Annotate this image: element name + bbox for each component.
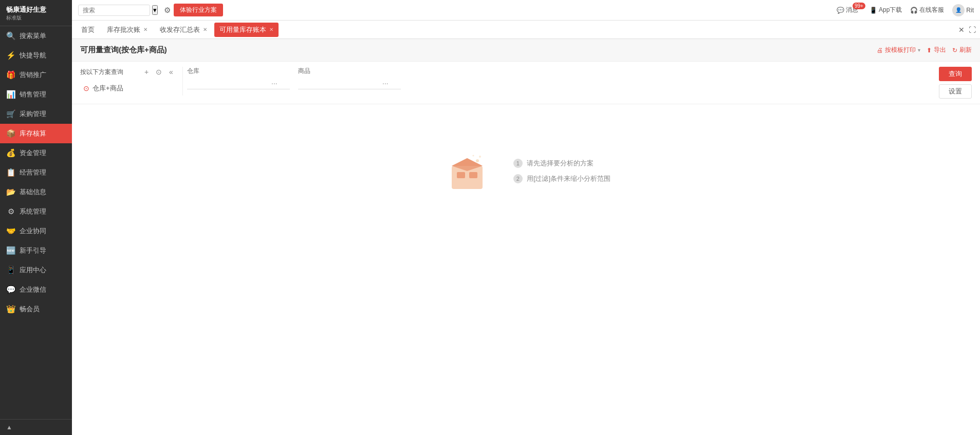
refresh-icon: ↻: [952, 47, 957, 54]
sidebar-logo: 畅康通好生意 标准版: [0, 0, 72, 26]
product-dots-button[interactable]: ···: [382, 79, 389, 87]
product-input[interactable]: [298, 80, 380, 87]
tab-close-batch[interactable]: ✕: [143, 27, 147, 32]
sidebar-item-finance[interactable]: 💰 资金管理: [0, 143, 72, 163]
tip-item-2: 2 用[过滤]条件来缩小分析范围: [513, 174, 611, 183]
filter-settings-button[interactable]: 设置: [939, 84, 972, 99]
filter-scheme-title: 按以下方案查询: [80, 68, 123, 77]
svg-point-6: [479, 156, 481, 158]
add-scheme-button[interactable]: +: [141, 67, 152, 77]
appstore-icon: 📱: [6, 266, 15, 275]
warehouse-input[interactable]: [187, 80, 269, 87]
sidebar-item-inventory[interactable]: 📦 库存核算: [0, 124, 72, 143]
app-download-link[interactable]: 📱 App下载: [870, 6, 902, 14]
filter-field-product: 商品 ···: [298, 67, 401, 89]
sidebar-item-member[interactable]: 👑 畅会员: [0, 299, 72, 319]
page-title: 可用量查询(按仓库+商品): [80, 45, 167, 55]
settings-scheme-button[interactable]: ⊙: [154, 67, 164, 77]
sidebar-label-guide: 新手引导: [20, 246, 46, 255]
sidebar-item-marketing[interactable]: 🎁 营销推广: [0, 65, 72, 85]
tip-num-2: 2: [513, 174, 523, 183]
warehouse-input-wrapper: ···: [187, 78, 290, 89]
sidebar-label-enterprise: 企业协同: [20, 226, 46, 236]
sidebar-item-guide[interactable]: 🆕 新手引导: [0, 241, 72, 260]
close-tab-button[interactable]: ✕: [958, 26, 965, 34]
tab-label-home: 首页: [81, 25, 95, 34]
query-button[interactable]: 查询: [939, 67, 972, 81]
sidebar-label-sales: 销售管理: [20, 90, 46, 99]
warehouse-dots-button[interactable]: ···: [271, 79, 278, 87]
tabbar: 首页库存批次账✕收发存汇总表✕可用量库存账本✕ ✕ ⛶: [72, 21, 980, 39]
sidebar-item-enterprise[interactable]: 🤝 企业协同: [0, 221, 72, 241]
user-profile[interactable]: 👤 Rit: [952, 4, 974, 16]
system-icon: ⚙: [6, 207, 15, 216]
sales-icon: 📊: [6, 90, 15, 99]
avatar: 👤: [952, 4, 965, 16]
tab-batch[interactable]: 库存批次账✕: [102, 23, 153, 37]
sidebar-item-system[interactable]: ⚙ 系统管理: [0, 202, 72, 221]
sidebar-item-search[interactable]: 🔍 搜索菜单: [0, 26, 72, 46]
sidebar-item-appstore[interactable]: 📱 应用中心: [0, 260, 72, 280]
tab-close-summary[interactable]: ✕: [203, 27, 207, 32]
sidebar-item-sales[interactable]: 📊 销售管理: [0, 85, 72, 104]
sidebar-label-member: 畅会员: [20, 305, 40, 314]
filter-fields: 仓库 ··· 商品 ···: [187, 67, 935, 89]
tab-available[interactable]: 可用量库存账本✕: [214, 23, 279, 37]
sidebar: 畅康通好生意 标准版 🔍 搜索菜单 ⚡ 快捷导航 🎁 营销推广 📊 销售管理 🛒…: [0, 0, 72, 435]
page-actions: 🖨 按模板打印 ▾ ⬆ 导出 ↻ 刷新: [877, 46, 972, 54]
operations-icon: 📋: [6, 168, 15, 177]
marketing-icon: 🎁: [6, 70, 15, 80]
refresh-button[interactable]: ↻ 刷新: [952, 46, 972, 54]
app-name: 畅康通好生意: [6, 5, 66, 14]
filter-area: 按以下方案查询 + ⊙ « ⊙ 仓库+商品 仓库: [72, 62, 980, 104]
sidebar-label-search: 搜索菜单: [20, 31, 46, 41]
tip-text-2: 用[过滤]条件来缩小分析范围: [527, 174, 611, 183]
message-badge: 99+: [853, 3, 865, 9]
shortcut-icon: ⚡: [6, 51, 15, 60]
finance-icon: 💰: [6, 148, 15, 158]
tabbar-right: ✕ ⛶: [958, 26, 976, 34]
collapse-scheme-button[interactable]: «: [166, 67, 176, 77]
online-service-link[interactable]: 🎧 在线客服: [910, 6, 944, 14]
trial-button[interactable]: 体验行业方案: [174, 4, 223, 16]
empty-state-content: 1 请先选择要分析的方案 2 用[过滤]条件来缩小分析范围: [441, 145, 611, 197]
scheme-item-warehouse-product[interactable]: ⊙ 仓库+商品: [80, 81, 176, 96]
content-area: 可用量查询(按仓库+商品) 🖨 按模板打印 ▾ ⬆ 导出 ↻ 刷新: [72, 39, 980, 435]
filter-scheme-panel: 按以下方案查询 + ⊙ « ⊙ 仓库+商品: [80, 67, 183, 96]
search-input[interactable]: [78, 5, 150, 16]
tip-text-1: 请先选择要分析的方案: [527, 159, 594, 168]
sidebar-nav: 🔍 搜索菜单 ⚡ 快捷导航 🎁 营销推广 📊 销售管理 🛒 采购管理 📦 库存核…: [0, 26, 72, 419]
sidebar-label-wechat: 企业微信: [20, 285, 46, 294]
sidebar-item-operations[interactable]: 📋 经营管理: [0, 163, 72, 182]
scheme-item-icon: ⊙: [83, 84, 89, 92]
print-label: 按模板打印: [885, 46, 916, 54]
user-name: Rit: [966, 7, 974, 14]
sidebar-item-wechat[interactable]: 💬 企业微信: [0, 280, 72, 299]
sidebar-label-appstore: 应用中心: [20, 266, 46, 275]
dropdown-icon[interactable]: ▾: [152, 5, 158, 15]
print-button[interactable]: 🖨 按模板打印 ▾: [877, 46, 920, 54]
filter-scheme-header: 按以下方案查询 + ⊙ «: [80, 67, 176, 77]
sidebar-bottom: ▲: [0, 419, 72, 435]
topbar: ▾ ⚙ 体验行业方案 💬 消息 99+ 📱 App下载 🎧 在线客服 👤 Rit: [72, 0, 980, 21]
sidebar-item-shortcut[interactable]: ⚡ 快捷导航: [0, 46, 72, 65]
scheme-item-label: 仓库+商品: [93, 84, 123, 93]
tip-num-1: 1: [513, 159, 523, 168]
expand-button[interactable]: ⛶: [969, 26, 976, 34]
print-chevron-icon: ▾: [918, 47, 920, 53]
main-area: ▾ ⚙ 体验行业方案 💬 消息 99+ 📱 App下载 🎧 在线客服 👤 Rit: [72, 0, 980, 435]
sidebar-label-system: 系统管理: [20, 207, 46, 216]
app-download-label: App下载: [879, 6, 902, 14]
tab-close-available[interactable]: ✕: [269, 27, 273, 32]
headset-icon: 🎧: [910, 7, 918, 14]
svg-point-5: [476, 159, 479, 162]
gear-icon[interactable]: ⚙: [164, 6, 171, 15]
sidebar-item-base[interactable]: 📂 基础信息: [0, 182, 72, 202]
message-icon[interactable]: 💬 消息 99+: [834, 6, 861, 14]
tab-summary[interactable]: 收发存汇总表✕: [155, 23, 212, 37]
base-icon: 📂: [6, 187, 15, 197]
tab-home[interactable]: 首页: [76, 23, 100, 37]
sidebar-item-purchase[interactable]: 🛒 采购管理: [0, 104, 72, 124]
export-button[interactable]: ⬆ 导出: [927, 46, 946, 54]
sidebar-label-shortcut: 快捷导航: [20, 51, 46, 60]
